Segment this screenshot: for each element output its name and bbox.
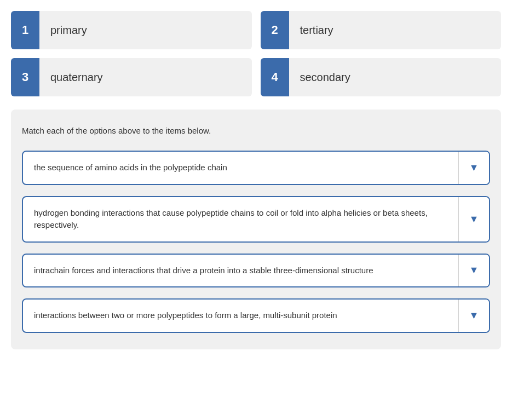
- match-instruction: Match each of the options above to the i…: [22, 126, 490, 135]
- option-number-1: 1: [11, 11, 39, 49]
- match-item-text-1: the sequence of amino acids in the polyp…: [23, 152, 458, 184]
- option-card-2: 2tertiary: [261, 11, 502, 49]
- match-item-dropdown-2[interactable]: ▼: [458, 197, 489, 241]
- options-grid: 1primary2tertiary3quaternary4secondary: [11, 11, 501, 96]
- match-item-2: hydrogen bonding interactions that cause…: [22, 196, 490, 243]
- match-item-3: intrachain forces and interactions that …: [22, 254, 490, 288]
- option-label-2: tertiary: [289, 24, 344, 37]
- match-item-4: interactions between two or more polypep…: [22, 298, 490, 333]
- option-label-4: secondary: [289, 71, 361, 84]
- option-card-1: 1primary: [11, 11, 252, 49]
- option-number-3: 3: [11, 58, 39, 96]
- match-item-dropdown-1[interactable]: ▼: [458, 152, 489, 184]
- match-item-text-3: intrachain forces and interactions that …: [23, 255, 458, 287]
- chevron-down-icon-2: ▼: [469, 214, 479, 225]
- match-item-text-2: hydrogen bonding interactions that cause…: [23, 197, 458, 241]
- match-item-dropdown-3[interactable]: ▼: [458, 255, 489, 287]
- option-card-4: 4secondary: [261, 58, 502, 96]
- match-item-1: the sequence of amino acids in the polyp…: [22, 151, 490, 185]
- chevron-down-icon-1: ▼: [469, 162, 479, 174]
- match-item-dropdown-4[interactable]: ▼: [458, 300, 489, 332]
- option-label-3: quaternary: [39, 71, 114, 84]
- option-number-4: 4: [261, 58, 289, 96]
- chevron-down-icon-4: ▼: [469, 310, 479, 321]
- match-item-text-4: interactions between two or more polypep…: [23, 300, 458, 332]
- match-items-container: the sequence of amino acids in the polyp…: [22, 151, 490, 333]
- match-section: Match each of the options above to the i…: [11, 110, 501, 349]
- option-label-1: primary: [39, 24, 98, 37]
- chevron-down-icon-3: ▼: [469, 264, 479, 276]
- option-number-2: 2: [261, 11, 289, 49]
- option-card-3: 3quaternary: [11, 58, 252, 96]
